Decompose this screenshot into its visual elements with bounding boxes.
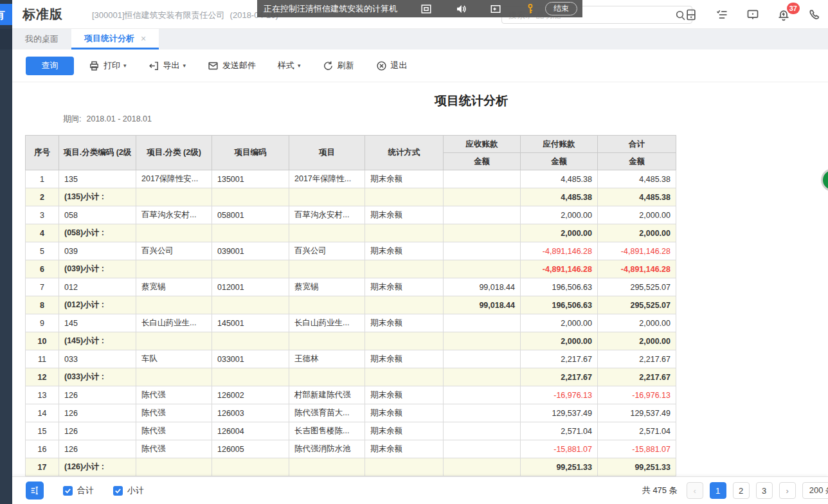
table-cell[interactable]: 126 <box>59 440 136 458</box>
table-cell[interactable] <box>444 188 521 206</box>
table-cell[interactable]: (012)小计 : <box>59 296 136 314</box>
speaker-icon[interactable] <box>455 3 467 15</box>
table-cell[interactable]: 126003 <box>212 404 289 422</box>
table-cell[interactable] <box>444 458 521 476</box>
table-cell[interactable]: 99,018.44 <box>444 278 521 296</box>
table-row[interactable]: 16126陈代强126005陈代强消防水池期末余额-15,881.07-15,8… <box>26 440 676 458</box>
style-button[interactable]: 样式 ▾ <box>278 60 301 71</box>
table-cell[interactable]: 陈代强 <box>136 440 212 458</box>
table-cell[interactable]: 7 <box>26 278 59 296</box>
table-cell[interactable]: 129,537.49 <box>598 404 676 422</box>
table-cell[interactable]: 期末余额 <box>365 314 444 332</box>
table-cell[interactable]: 2,000.00 <box>521 314 598 332</box>
tab-close-icon[interactable]: × <box>141 33 146 44</box>
table-cell[interactable]: 百兴公司 <box>136 242 212 260</box>
table-cell[interactable]: 039001 <box>212 242 289 260</box>
table-cell[interactable]: 2,217.67 <box>521 350 598 368</box>
table-cell[interactable] <box>289 368 365 386</box>
table-cell[interactable] <box>212 332 289 350</box>
table-cell[interactable] <box>289 296 365 314</box>
table-row[interactable]: 14126陈代强126003陈代强育苗大...期末余额129,537.49129… <box>26 404 676 422</box>
table-cell[interactable]: 295,525.07 <box>598 296 676 314</box>
table-cell[interactable] <box>289 458 365 476</box>
table-cell[interactable]: -4,891,146.28 <box>598 260 676 278</box>
table-cell[interactable]: 99,018.44 <box>444 296 521 314</box>
table-cell[interactable]: (039)小计 : <box>59 260 136 278</box>
fullscreen-icon[interactable] <box>420 3 432 15</box>
table-cell[interactable]: 期末余额 <box>365 278 444 296</box>
table-cell[interactable]: -15,881.07 <box>598 440 676 458</box>
calculator-icon[interactable] <box>684 8 698 22</box>
subtotal-checkbox[interactable]: 小计 <box>113 485 144 496</box>
table-cell[interactable]: 12 <box>26 368 59 386</box>
table-cell[interactable] <box>444 224 521 242</box>
table-cell[interactable]: 1 <box>26 170 59 188</box>
table-cell[interactable]: 蔡宽锡 <box>136 278 212 296</box>
table-cell[interactable]: 2,000.00 <box>521 332 598 350</box>
total-checkbox[interactable]: 合计 <box>63 485 94 496</box>
table-cell[interactable] <box>136 188 212 206</box>
table-cell[interactable] <box>212 368 289 386</box>
table-cell[interactable]: 039 <box>59 242 136 260</box>
table-cell[interactable]: (145)小计 : <box>59 332 136 350</box>
table-cell[interactable]: 4 <box>26 224 59 242</box>
toolbox-icon[interactable] <box>490 3 501 15</box>
table-cell[interactable] <box>444 350 521 368</box>
query-button[interactable]: 查询 <box>26 57 74 75</box>
export-button[interactable]: 导出 ▾ <box>148 60 186 71</box>
table-cell[interactable]: 8 <box>26 296 59 314</box>
table-cell[interactable] <box>444 242 521 260</box>
table-cell[interactable]: 2,571.04 <box>598 422 676 440</box>
subtotal-row[interactable]: 8(012)小计 :99,018.44196,506.63295,525.07 <box>26 296 676 314</box>
table-cell[interactable]: 百兴公司 <box>289 242 365 260</box>
table-cell[interactable]: 2017保障性安... <box>136 170 212 188</box>
table-cell[interactable]: 2,000.00 <box>521 206 598 224</box>
table-cell[interactable]: 135 <box>59 170 136 188</box>
table-cell[interactable]: 058001 <box>212 206 289 224</box>
table-cell[interactable] <box>212 260 289 278</box>
phone-icon[interactable] <box>807 8 822 22</box>
table-cell[interactable] <box>365 458 444 476</box>
table-cell[interactable]: 058 <box>59 206 136 224</box>
table-cell[interactable]: 13 <box>26 386 59 404</box>
table-cell[interactable]: 9 <box>26 314 59 332</box>
table-cell[interactable]: 196,506.63 <box>521 296 598 314</box>
table-cell[interactable]: 012001 <box>212 278 289 296</box>
table-cell[interactable]: 期末余额 <box>365 206 444 224</box>
table-cell[interactable]: 196,506.63 <box>521 278 598 296</box>
table-cell[interactable]: 126 <box>59 386 136 404</box>
prev-page-button[interactable]: ‹ <box>687 482 703 499</box>
table-row[interactable]: 15126陈代强126004长吉图售楼陈...期末余额2,571.042,571… <box>26 422 676 440</box>
exit-button[interactable]: 退出 <box>376 60 408 71</box>
table-cell[interactable]: 百草沟永安村... <box>136 206 212 224</box>
table-cell[interactable]: 2,217.67 <box>521 368 598 386</box>
subtotal-row[interactable]: 10(145)小计 :2,000.002,000.00 <box>26 332 676 350</box>
table-cell[interactable]: 陈代强 <box>136 386 212 404</box>
page-button-2[interactable]: 2 <box>733 482 750 499</box>
table-cell[interactable]: 99,251.33 <box>521 458 598 476</box>
table-cell[interactable] <box>212 224 289 242</box>
table-cell[interactable]: 126004 <box>212 422 289 440</box>
table-cell[interactable]: 2,000.00 <box>598 224 676 242</box>
table-row[interactable]: 13126陈代强126002村部新建陈代强期末余额-16,976.13-16,9… <box>26 386 676 404</box>
page-button-1[interactable]: 1 <box>710 482 726 499</box>
column-settings-button[interactable] <box>26 482 44 500</box>
table-cell[interactable]: 126 <box>59 404 136 422</box>
table-cell[interactable]: (126)小计 : <box>59 458 136 476</box>
table-cell[interactable] <box>365 260 444 278</box>
table-cell[interactable]: 126002 <box>212 386 289 404</box>
table-cell[interactable]: -16,976.13 <box>521 386 598 404</box>
page-size-select[interactable]: 200 条 <box>802 482 828 499</box>
table-row[interactable]: 7012蔡宽锡012001蔡宽锡期末余额99,018.44196,506.632… <box>26 278 676 296</box>
table-cell[interactable]: 033 <box>59 350 136 368</box>
table-cell[interactable]: 2,000.00 <box>598 314 676 332</box>
table-cell[interactable]: -4,891,146.28 <box>521 260 598 278</box>
table-cell[interactable]: 2,217.67 <box>598 350 676 368</box>
table-cell[interactable]: 陈代强育苗大... <box>289 404 365 422</box>
table-cell[interactable]: 车队 <box>136 350 212 368</box>
table-cell[interactable] <box>212 458 289 476</box>
table-cell[interactable]: 期末余额 <box>365 242 444 260</box>
table-cell[interactable] <box>365 188 444 206</box>
table-row[interactable]: 9145长白山药业生...145001长白山药业生...期末余额2,000.00… <box>26 314 676 332</box>
tab-project-statistics[interactable]: 项目统计分析 × <box>71 29 159 50</box>
